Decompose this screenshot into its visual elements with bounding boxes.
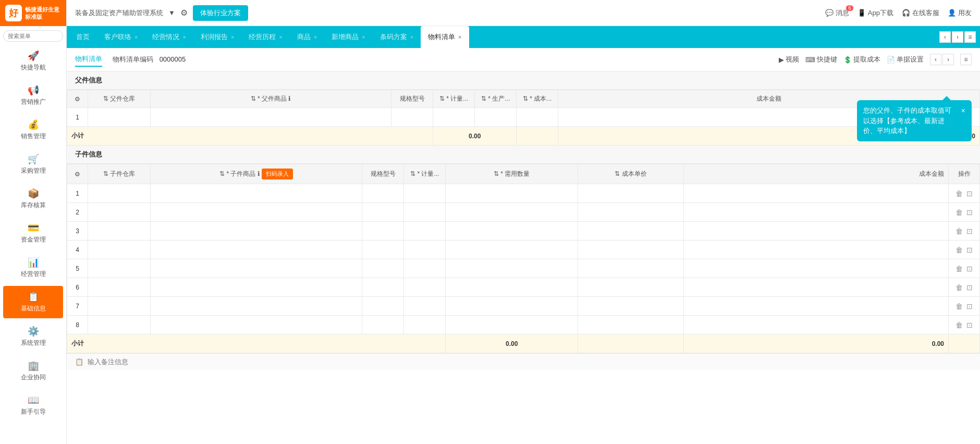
child-settings-icon[interactable]: ⚙ (75, 171, 80, 178)
tab-profit-close[interactable]: × (231, 34, 234, 40)
child-warehouse-cell[interactable] (88, 316, 151, 334)
service-item[interactable]: 🎧 在线客服 (902, 8, 939, 18)
child-qty-need-cell[interactable] (446, 316, 578, 334)
child-qty-cell[interactable] (404, 203, 446, 222)
child-warehouse-cell[interactable] (88, 278, 151, 297)
child-qty-need-cell[interactable] (446, 278, 578, 297)
scan-button[interactable]: 扫码录入 (262, 169, 293, 179)
child-qty-need-cell[interactable] (446, 184, 578, 203)
parent-th-settings[interactable]: ⚙ (67, 90, 88, 108)
child-warehouse-cell[interactable] (88, 241, 151, 259)
tab-history-close[interactable]: × (279, 34, 282, 40)
sidebar-item-sales[interactable]: 💰 销售管理 (3, 114, 63, 146)
copy-icon[interactable]: ⊡ (965, 301, 974, 311)
shortcut-button[interactable]: ⌨ 快捷键 (805, 55, 837, 64)
child-product-cell[interactable] (151, 203, 362, 222)
trial-button[interactable]: 体验行业方案 (193, 5, 248, 21)
child-warehouse-cell[interactable] (88, 203, 151, 222)
child-warehouse-cell[interactable] (88, 297, 151, 316)
tab-goods-close[interactable]: × (314, 34, 317, 40)
app-download-item[interactable]: 📱 App下载 (858, 8, 893, 18)
child-warehouse-cell[interactable] (88, 222, 151, 241)
tab-prev-button[interactable]: ‹ (939, 31, 951, 43)
note-input[interactable] (88, 358, 972, 366)
tab-profit[interactable]: 利润报告 × (193, 26, 241, 48)
content-next-button[interactable]: › (942, 54, 954, 65)
child-qty-need-cell[interactable] (446, 241, 578, 259)
tab-newgoods-close[interactable]: × (362, 34, 365, 40)
extract-cost-button[interactable]: 💲 提取成本 (843, 55, 880, 64)
settings-icon[interactable]: ⚙ (180, 8, 188, 18)
child-qty-cell[interactable] (404, 316, 446, 334)
sidebar-item-marketing[interactable]: 📢 营销推广 (3, 79, 63, 112)
child-warehouse-cell[interactable] (88, 259, 151, 278)
sidebar-item-basic[interactable]: 📋 基础信息 (3, 286, 63, 318)
child-qty-cell[interactable] (404, 222, 446, 241)
search-input[interactable] (3, 30, 63, 42)
child-qty-need-cell[interactable] (446, 259, 578, 278)
sidebar-item-enterprise[interactable]: 🏢 企业协同 (3, 355, 63, 387)
sidebar-item-quicknav[interactable]: 🚀 快捷导航 (3, 45, 63, 77)
copy-icon[interactable]: ⊡ (965, 245, 974, 255)
child-qty-need-cell[interactable] (446, 203, 578, 222)
parent-settings-icon[interactable]: ⚙ (75, 95, 80, 103)
delete-icon[interactable]: 🗑 (954, 301, 964, 311)
tab-next-button[interactable]: › (952, 31, 963, 43)
child-product-cell[interactable] (151, 241, 362, 259)
sidebar-item-operation[interactable]: 📊 经营管理 (3, 251, 63, 284)
parent-product-cell[interactable] (151, 108, 391, 127)
tab-goods[interactable]: 商品 × (290, 26, 324, 48)
copy-icon[interactable]: ⊡ (965, 282, 974, 293)
delete-icon[interactable]: 🗑 (954, 245, 964, 255)
child-product-cell[interactable] (151, 259, 362, 278)
delete-icon[interactable]: 🗑 (954, 320, 964, 330)
sidebar-item-inventory[interactable]: 📦 库存核算 (3, 183, 63, 215)
child-qty-need-cell[interactable] (446, 222, 578, 241)
tab-operation-close[interactable]: × (182, 34, 186, 40)
copy-icon[interactable]: ⊡ (965, 207, 974, 218)
sidebar-item-finance[interactable]: 💳 资金管理 (3, 217, 63, 249)
content-prev-button[interactable]: ‹ (930, 54, 941, 65)
sub-tab-list[interactable]: 物料清单 (75, 52, 102, 67)
parent-cost-cell[interactable] (517, 108, 558, 127)
delete-icon[interactable]: 🗑 (954, 282, 964, 293)
tab-history[interactable]: 经营历程 × (241, 26, 289, 48)
delete-icon[interactable]: 🗑 (954, 188, 964, 199)
child-th-settings[interactable]: ⚙ (67, 164, 88, 184)
child-qty-need-cell[interactable] (446, 297, 578, 316)
tab-home[interactable]: 首页 (69, 26, 97, 48)
copy-icon[interactable]: ⊡ (965, 263, 974, 274)
tab-barcode-close[interactable]: × (410, 34, 413, 40)
sidebar-item-guide[interactable]: 📖 新手引导 (3, 389, 63, 422)
tab-newgoods[interactable]: 新增商品 × (324, 26, 372, 48)
tab-customer-close[interactable]: × (134, 34, 138, 40)
delete-icon[interactable]: 🗑 (954, 207, 964, 218)
parent-qty-cell[interactable] (433, 108, 475, 127)
child-product-cell[interactable] (151, 297, 362, 316)
delete-icon[interactable]: 🗑 (954, 226, 964, 236)
dropdown-icon[interactable]: ▼ (168, 9, 175, 17)
parent-warehouse-cell[interactable] (88, 108, 151, 127)
tab-customer[interactable]: 客户联络 × (97, 26, 145, 48)
message-item[interactable]: 💬 消息 6 (825, 8, 849, 18)
sidebar-item-system[interactable]: ⚙️ 系统管理 (3, 320, 63, 353)
tab-operation-status[interactable]: 经营情况 × (145, 26, 193, 48)
child-warehouse-cell[interactable] (88, 184, 151, 203)
copy-icon[interactable]: ⊡ (965, 320, 974, 330)
tab-barcode[interactable]: 条码方案 × (373, 26, 421, 48)
close-all-tabs-button[interactable]: ≡ (964, 31, 976, 43)
tooltip-close-button[interactable]: × (961, 105, 965, 116)
sidebar-item-purchase[interactable]: 🛒 采购管理 (3, 148, 63, 181)
child-qty-cell[interactable] (404, 297, 446, 316)
child-product-cell[interactable] (151, 316, 362, 334)
child-product-cell[interactable] (151, 184, 362, 203)
user-item[interactable]: 👤 用友 (948, 8, 972, 18)
parent-prod-cell[interactable] (475, 108, 517, 127)
child-qty-cell[interactable] (404, 278, 446, 297)
child-product-cell[interactable] (151, 278, 362, 297)
tab-bom[interactable]: 物料清单 × (421, 26, 469, 48)
copy-icon[interactable]: ⊡ (965, 226, 974, 236)
single-settings-button[interactable]: 📄 单据设置 (887, 55, 924, 64)
delete-icon[interactable]: 🗑 (954, 263, 964, 274)
copy-icon[interactable]: ⊡ (965, 188, 974, 199)
